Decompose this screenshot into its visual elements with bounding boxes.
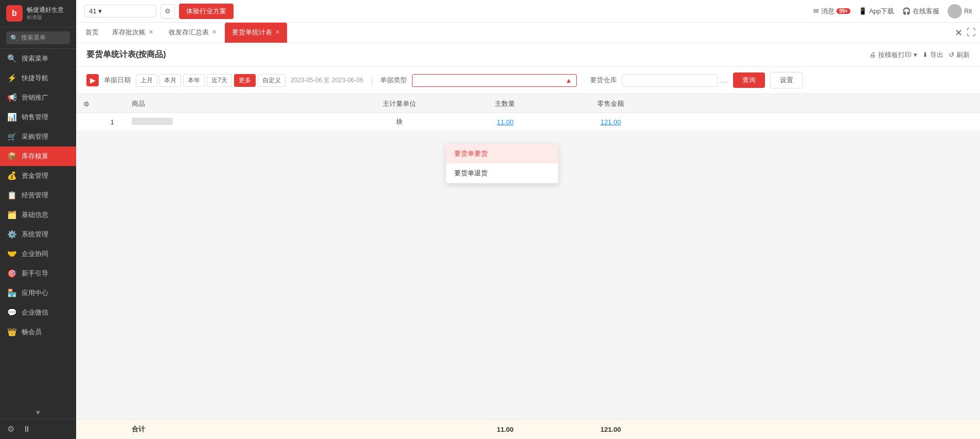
type-dropdown-menu[interactable]: 要货单要货 要货单退货 (446, 143, 559, 184)
date-buttons: 上月 本月 本年 近7天 更多 自定义 (136, 74, 286, 87)
row-seq: 1 (97, 118, 128, 126)
sidebar-item-search[interactable]: 🔍 搜索菜单 (0, 49, 76, 68)
col-header-qty: 主数量 (452, 99, 558, 108)
online-service-group[interactable]: 🎧 在线客服 (902, 7, 939, 16)
topbar-gear-button[interactable]: ⚙ (161, 4, 175, 19)
row-qty[interactable]: 11.00 (452, 118, 558, 126)
tab-dispatch-close[interactable]: ✕ (212, 29, 217, 35)
row-unit: 块 (347, 117, 452, 126)
sidebar-item-sales[interactable]: 📊 销售管理 (0, 107, 76, 127)
sidebar-icon-operation: 📋 (7, 191, 16, 200)
sidebar-item-guide[interactable]: 🎯 新手引导 (0, 264, 76, 283)
date-btn-more[interactable]: 更多 (234, 74, 256, 87)
sidebar-item-inventory[interactable]: 📦 库存核算 (0, 147, 76, 166)
footer-qty: 11.00 (452, 426, 558, 433)
sidebar-item-finance[interactable]: 💰 资金管理 (0, 166, 76, 186)
date-btn-thisyear[interactable]: 本年 (183, 74, 205, 87)
table-footer: 合计 11.00 121.00 (76, 419, 980, 439)
tabs-bar: 首页 库存批次账 ✕ 收发存汇总表 ✕ 要货单统计表 ✕ ✕ ⛶ (76, 23, 980, 43)
store-name: 41 (89, 7, 96, 15)
filter-separator: | (370, 75, 373, 86)
sidebar-item-system[interactable]: ⚙️ 系统管理 (0, 225, 76, 244)
sidebar-icon-quicknav: ⚡ (7, 74, 16, 83)
row-amount-link[interactable]: 121.00 (600, 118, 621, 126)
user-group[interactable]: Rit (948, 4, 972, 19)
warehouse-more-icon[interactable]: … (720, 76, 728, 85)
dropdown-item-return[interactable]: 要货单退货 (446, 163, 558, 183)
warehouse-filter-label: 要货仓库 (590, 76, 617, 85)
sidebar-icon-system: ⚙️ (7, 230, 16, 239)
sidebar-item-member[interactable]: 👑 畅会员 (0, 322, 76, 342)
logo-name: 畅捷通好生意 (27, 6, 64, 14)
warehouse-filter-input[interactable] (622, 74, 718, 87)
sidebar-label-member: 畅会员 (22, 327, 42, 337)
print-button[interactable]: 🖨 按模板打印 ▾ (869, 50, 917, 60)
table-row: 1 块 11.00 121.00 (76, 113, 980, 131)
row-amount[interactable]: 121.00 (558, 118, 664, 126)
industry-button[interactable]: 体验行业方案 (179, 4, 234, 19)
type-filter-input[interactable] (413, 75, 561, 86)
sidebar-item-enterprise[interactable]: 🤝 企业协同 (0, 244, 76, 264)
sidebar-search-area[interactable]: 🔍 搜索菜单 (0, 27, 76, 49)
sidebar-item-marketing[interactable]: 📢 营销推广 (0, 88, 76, 107)
date-btn-lastmonth[interactable]: 上月 (136, 74, 157, 87)
search-label: 搜索菜单 (21, 33, 46, 42)
tab-batch-label: 库存批次账 (112, 28, 146, 37)
type-filter-label: 单据类型 (380, 76, 407, 85)
settings-icon[interactable]: ⚙ (7, 424, 14, 434)
sidebar-label-guide: 新手引导 (22, 269, 48, 278)
message-group[interactable]: ✉ 消息 99+ (813, 7, 850, 16)
sidebar-label-inventory: 库存核算 (22, 152, 48, 161)
sidebar-label-marketing: 营销推广 (22, 93, 48, 102)
tab-home[interactable]: 首页 (80, 23, 104, 43)
collapse-icon[interactable]: ⏸ (23, 425, 31, 434)
sidebar-label-quicknav: 快捷导航 (22, 74, 48, 83)
type-filter-up-icon[interactable]: ▲ (561, 77, 576, 84)
print-arrow-icon: ▾ (914, 51, 917, 59)
sidebar-item-operation[interactable]: 📋 经营管理 (0, 186, 76, 205)
search-button[interactable]: 查询 (733, 72, 765, 88)
message-badge: 99+ (836, 8, 850, 14)
settings-button[interactable]: 设置 (770, 72, 803, 88)
export-label: 导出 (930, 50, 943, 60)
sidebar-item-purchase[interactable]: 🛒 采购管理 (0, 127, 76, 147)
tab-batch[interactable]: 库存批次账 ✕ (105, 23, 161, 43)
export-button[interactable]: ⬇ 导出 (922, 50, 943, 60)
refresh-button[interactable]: ↺ 刷新 (949, 50, 970, 60)
sidebar-item-appstore[interactable]: 🏪 应用中心 (0, 283, 76, 303)
col-header-settings[interactable]: ⚙ (76, 100, 97, 108)
tabs-right: ✕ ⛶ (955, 27, 976, 39)
store-selector[interactable]: 41 ▾ (84, 5, 156, 17)
tab-request-close[interactable]: ✕ (275, 29, 280, 35)
filter-toggle-button[interactable]: ▶ (86, 74, 99, 86)
sidebar-icon-sales: 📊 (7, 113, 16, 122)
sidebar-item-basic[interactable]: 🗂️ 基础信息 (0, 205, 76, 225)
sidebar-scroll-down[interactable]: ▼ (0, 407, 76, 418)
row-qty-link[interactable]: 11.00 (497, 118, 514, 126)
table-area: ⚙ 商品 主计量单位 主数量 零售金额 1 块 11.00 121. (76, 95, 980, 131)
tab-batch-close[interactable]: ✕ (149, 29, 153, 35)
app-download-group[interactable]: 📱 App下载 (859, 7, 894, 16)
tab-request[interactable]: 要货单统计表 ✕ (225, 23, 287, 43)
date-btn-7days[interactable]: 近7天 (207, 74, 232, 87)
sidebar-logo: b 畅捷通好生意 标准版 (0, 0, 76, 27)
tab-close-all-icon[interactable]: ✕ (955, 27, 963, 39)
tab-dispatch[interactable]: 收发存汇总表 ✕ (162, 23, 224, 43)
sidebar-icon-enterprise: 🤝 (7, 249, 16, 259)
sidebar-icon-appstore: 🏪 (7, 288, 16, 298)
main-area: 41 ▾ ⚙ 体验行业方案 ✉ 消息 99+ 📱 App下载 🎧 在线客服 R (76, 0, 980, 439)
avatar (948, 4, 962, 19)
sidebar-icon-guide: 🎯 (7, 269, 16, 278)
refresh-label: 刷新 (956, 50, 970, 60)
sidebar-label-sales: 销售管理 (22, 113, 48, 122)
sidebar-search-button[interactable]: 🔍 搜索菜单 (6, 31, 70, 44)
dropdown-item-request[interactable]: 要货单要货 (446, 144, 558, 163)
sidebar-item-wechat[interactable]: 💬 企业微信 (0, 303, 76, 322)
sidebar-label-basic: 基础信息 (22, 210, 48, 220)
tab-expand-icon[interactable]: ⛶ (967, 27, 976, 38)
sidebar-item-quicknav[interactable]: ⚡ 快捷导航 (0, 68, 76, 88)
message-label: 消息 (821, 7, 834, 16)
date-btn-thismonth[interactable]: 本月 (159, 74, 181, 87)
dropdown-arrow-icon: ▾ (98, 7, 102, 15)
date-btn-custom[interactable]: 自定义 (258, 74, 286, 87)
